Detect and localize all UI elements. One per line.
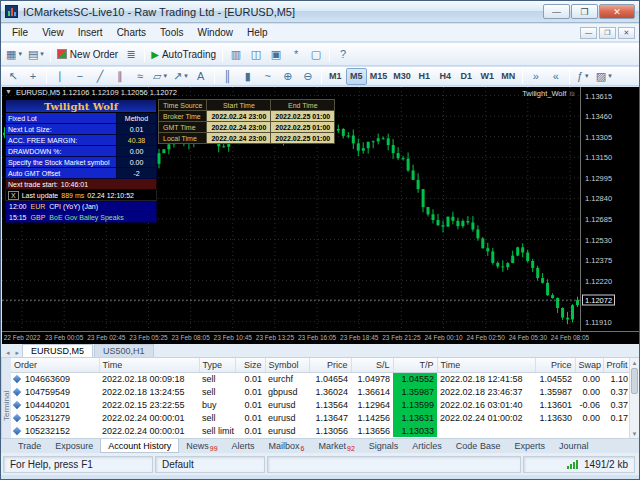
history-column-header[interactable]: Type (199, 358, 235, 372)
tab-scroll-left-icon[interactable]: ◂ (3, 349, 13, 357)
timeframe-D1[interactable]: D1 (456, 68, 477, 85)
fullscreen-button[interactable]: ▢ (306, 45, 326, 63)
profiles-button[interactable]: ▤▾ (25, 45, 47, 63)
terminal-tab-signals[interactable]: Signals (362, 439, 406, 453)
scroll-down-icon[interactable]: ▼ (630, 429, 639, 438)
menu-file[interactable]: File (5, 25, 35, 40)
menu-window[interactable]: Window (190, 25, 240, 40)
chart-tab-us500-h1[interactable]: US500,H1 (94, 344, 154, 357)
timeframe-W1[interactable]: W1 (477, 68, 498, 85)
shapes-button[interactable]: ▱▾ (150, 67, 170, 85)
chart-close-button[interactable]: ✕ (618, 27, 635, 39)
history-column-header[interactable]: Price (535, 358, 575, 372)
ea-close-icon[interactable]: X (8, 191, 19, 200)
horizontal-line-button[interactable]: − (70, 67, 90, 85)
toolbox-button[interactable]: ▣ (266, 45, 286, 63)
maximize-button[interactable]: ❐ (571, 4, 598, 19)
zoom-out-button[interactable]: ⊖ (298, 67, 318, 85)
history-scrollbar[interactable]: ▲ ▼ (629, 358, 639, 438)
one-click-trading-arrow[interactable]: ▼ (5, 88, 12, 95)
terminal-tab-news[interactable]: News99 (179, 439, 224, 453)
chart-shift-button[interactable]: « (546, 67, 566, 85)
history-row[interactable]: 1047595492022.02.18 13:24:55sell0.01gbpu… (11, 385, 631, 398)
time-source-name: Broker Time (159, 111, 207, 122)
zoom-in-button[interactable]: ⊕ (278, 67, 298, 85)
chart-minimize-button[interactable]: — (580, 27, 597, 39)
timeframe-H1[interactable]: H1 (414, 68, 435, 85)
vertical-line-button[interactable]: ∣ (50, 67, 70, 85)
new-order-button[interactable]: New Order (54, 45, 121, 63)
history-column-header[interactable]: Size (235, 358, 265, 372)
status-profile[interactable]: Default (155, 456, 265, 473)
terminal-tab-articles[interactable]: Articles (405, 439, 449, 453)
terminal-tab-market[interactable]: Market92 (312, 439, 362, 453)
time-axis[interactable]: 22 Feb 202223 Feb 00:0523 Feb 02:4523 Fe… (2, 331, 640, 344)
history-cell-type: sell (199, 411, 235, 424)
chart-plot[interactable]: ▼ EURUSD,M5 1.12106 1.12109 1.12056 1.12… (2, 87, 580, 331)
arrows-button[interactable]: ↗▾ (170, 67, 191, 85)
line-chart-button[interactable]: ~ (258, 67, 278, 85)
equidistant-channel-button[interactable]: ∥ (110, 67, 130, 85)
menu-tools[interactable]: Tools (153, 25, 190, 40)
timeframe-H4[interactable]: H4 (435, 68, 456, 85)
history-column-header[interactable]: Price (309, 358, 351, 372)
history-column-header[interactable]: Time (437, 358, 535, 372)
close-button[interactable]: ✕ (599, 4, 635, 19)
timeframe-MN[interactable]: MN (498, 68, 519, 85)
chart-area[interactable]: ▼ EURUSD,M5 1.12106 1.12109 1.12056 1.12… (2, 87, 640, 344)
timeframe-M15[interactable]: M15 (367, 68, 391, 85)
templates-button[interactable]: ▨▾ (593, 67, 615, 85)
menu-view[interactable]: View (35, 25, 71, 40)
minimize-button[interactable]: — (543, 4, 570, 19)
terminal-tab-journal[interactable]: Journal (552, 439, 596, 453)
auto-scroll-button[interactable]: » (526, 67, 546, 85)
market-depth-button[interactable]: ≣ (121, 45, 141, 63)
cursor-button[interactable]: ↖ (3, 67, 23, 85)
timeframe-M5[interactable]: M5 (346, 68, 367, 85)
text-button[interactable]: A (191, 67, 211, 85)
fibonacci-button[interactable]: ≈ (130, 67, 150, 85)
history-column-header[interactable]: Symbol (265, 358, 309, 372)
menu-charts[interactable]: Charts (110, 25, 153, 40)
trendline-button[interactable]: ╱ (90, 67, 110, 85)
terminal-tab-alerts[interactable]: Alerts (225, 439, 262, 453)
time-value: 2022.02.25 01:00 (271, 122, 335, 133)
history-row[interactable]: 1052312792022.02.24 00:00:01sell0.01euru… (11, 411, 631, 424)
autotrading-button[interactable]: ▶AutoTrading (148, 45, 219, 63)
help-button[interactable]: ? (333, 45, 353, 63)
history-column-header[interactable]: T/P (393, 358, 437, 372)
scroll-up-icon[interactable]: ▲ (630, 358, 639, 367)
terminal-tab-code-base[interactable]: Code Base (449, 439, 508, 453)
history-column-header[interactable]: Swap (575, 358, 603, 372)
order-number: 104759549 (25, 387, 70, 397)
terminal-tab-experts[interactable]: Experts (507, 439, 552, 453)
menu-insert[interactable]: Insert (71, 25, 110, 40)
scrollbar-thumb[interactable] (631, 368, 638, 394)
options-button[interactable]: * (286, 45, 306, 63)
history-row[interactable]: 1044402012022.02.15 23:22:55buy0.01eurus… (11, 398, 631, 411)
history-column-header[interactable]: Time (99, 358, 199, 372)
terminal-tab-account-history[interactable]: Account History (100, 439, 179, 453)
timeframe-M1[interactable]: M1 (325, 68, 346, 85)
new-chart-button[interactable]: ▦▾ (3, 45, 25, 63)
history-column-header[interactable]: Profit (603, 358, 631, 372)
price-axis[interactable]: 1.136151.134601.133051.131501.129951.128… (580, 87, 640, 331)
bars-button[interactable]: ║ (218, 67, 238, 85)
history-row[interactable]: 1052321522022.02.24 00:00:01sell limit0.… (11, 424, 631, 437)
candles-button[interactable]: ▮ (238, 67, 258, 85)
terminal-tab-mailbox[interactable]: Mailbox6 (262, 439, 312, 453)
chart-restore-button[interactable]: ❐ (599, 27, 616, 39)
history-row[interactable]: 1046636092022.02.18 00:09:18sell0.01eurc… (11, 372, 631, 385)
indicators-button[interactable]: ƒ▾ (573, 67, 593, 85)
tab-scroll-right-icon[interactable]: ▸ (13, 349, 23, 357)
terminal-tab-exposure[interactable]: Exposure (48, 439, 100, 453)
data-window-button[interactable]: ▥ (226, 45, 246, 63)
chart-tab-eurusd-m5[interactable]: EURUSD,M5 (22, 344, 93, 357)
terminal-tab-trade[interactable]: Trade (11, 439, 48, 453)
history-column-header[interactable]: Order (11, 358, 99, 372)
timeframe-M30[interactable]: M30 (390, 68, 414, 85)
strategy-tester-button[interactable]: ◫ (246, 45, 266, 63)
history-column-header[interactable]: S/L (351, 358, 393, 372)
crosshair-button[interactable]: + (23, 67, 43, 85)
menu-help[interactable]: Help (240, 25, 275, 40)
